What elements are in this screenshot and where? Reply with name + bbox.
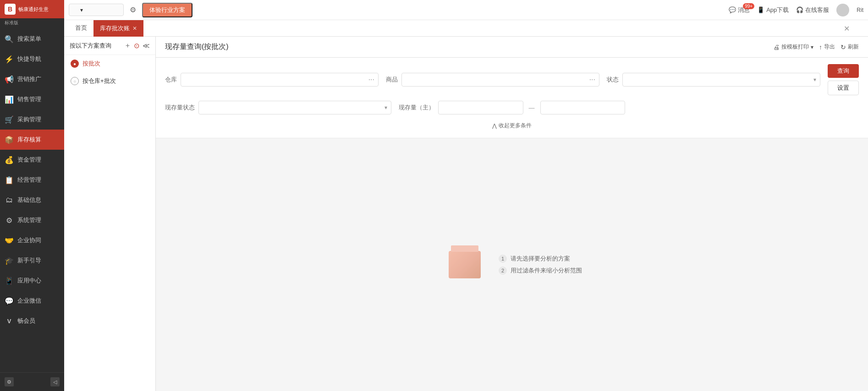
message-badge: 99+ [743,3,754,9]
left-panel-actions: ＋ ⊙ ≪ [124,41,150,50]
left-panel-header: 按以下方案查询 ＋ ⊙ ≪ [64,37,155,55]
sidebar-item-system[interactable]: ⚙ 系统管理 [0,210,64,230]
scheme-icon-batch: ● [71,60,79,68]
sidebar-item-purchase[interactable]: 🛒 采购管理 [0,109,64,130]
sidebar-item-finance[interactable]: 💰 资金管理 [0,150,64,170]
status-chevron-icon: ▾ [813,76,816,83]
sidebar-item-label: 企业微信 [17,297,41,305]
status-select[interactable]: ▾ [622,73,820,87]
inventory-status-label: 现存量状态 [165,103,195,112]
sidebar-item-quicknav[interactable]: ⚡ 快捷导航 [0,49,64,69]
sidebar-item-enterprise[interactable]: 🤝 企业协同 [0,230,64,250]
sidebar-item-inventory[interactable]: 📦 库存核算 [0,130,64,150]
sidebar-item-label: 基础信息 [17,196,41,204]
appcenter-icon: 📱 [5,276,14,285]
experience-btn[interactable]: 体验行业方案 [142,3,192,17]
collapse-filter-btn[interactable]: ⋀ 收起更多条件 [165,120,859,131]
page-title: 现存量查询(按批次) [165,42,229,52]
goods-more-icon[interactable]: ··· [589,76,595,84]
sidebar-item-label: 营销推广 [17,75,41,83]
sidebar-item-label: 系统管理 [17,216,41,224]
sidebar-item-search[interactable]: 🔍 搜索菜单 [0,29,64,49]
sidebar-nav: 🔍 搜索菜单 ⚡ 快捷导航 📢 营销推广 📊 销售管理 🛒 采购管理 📦 库存核… [0,29,64,372]
inventory-status-select[interactable]: ▾ [198,101,391,114]
step-1-num: 1 [499,255,507,263]
refresh-icon: ↻ [841,43,846,51]
tabbar: 首页 库存批次账 ✕ ✕ [64,20,868,37]
user-avatar[interactable] [836,4,849,16]
warehouse-select[interactable]: ··· [181,73,379,87]
sidebar-item-operations[interactable]: 📋 经营管理 [0,170,64,190]
tab-batch[interactable]: 库存批次账 ✕ [93,20,143,37]
step-2-num: 2 [499,266,507,275]
empty-text: 1 请先选择要分析的方案 2 用过滤条件来缩小分析范围 [499,255,582,275]
export-icon: ↑ [819,43,822,51]
phone-icon: 📱 [757,6,764,13]
headset-icon: 🎧 [796,6,803,13]
sidebar-item-newbie[interactable]: 🎓 新手引导 [0,250,64,271]
basic-icon: 🗂 [5,196,14,205]
export-btn[interactable]: ↑ 导出 [819,43,835,51]
sidebar-settings-btn[interactable]: ⚙ [5,377,14,386]
sidebar-item-label: 畅会员 [17,317,35,325]
export-label: 导出 [824,43,835,51]
sidebar-item-label: 销售管理 [17,95,41,103]
status-field: 状态 ▾ [607,73,820,87]
left-panel: 按以下方案查询 ＋ ⊙ ≪ ● 按批次 ○ 按仓库+批次 [64,37,156,391]
online-service-btn[interactable]: 🎧 在线客服 [796,6,829,14]
service-label: 在线客服 [805,6,829,14]
app-download-label: App下载 [766,6,789,14]
inventory-qty-max-input[interactable] [540,101,626,114]
sidebar-item-weixin[interactable]: 💬 企业微信 [0,291,64,311]
main-content: ▾ ⚙ 体验行业方案 💬 消息 99+ 📱 App下载 🎧 在线客服 Rit [64,0,868,391]
operations-icon: 📋 [5,175,14,185]
app-logo: B [5,4,16,15]
sidebar-item-label: 资金管理 [17,156,41,164]
empty-step-1: 1 请先选择要分析的方案 [499,255,582,263]
message-btn[interactable]: 💬 消息 99+ [729,6,750,14]
filter-area: 仓库 ··· 商品 ··· [156,58,868,138]
dropdown-placeholder [73,6,78,14]
empty-box-graphic [449,251,481,278]
scheme-item-warehouse-batch[interactable]: ○ 按仓库+批次 [64,72,155,90]
enterprise-icon: 🤝 [5,236,14,245]
add-scheme-btn[interactable]: ＋ [124,41,131,50]
sidebar-item-basic[interactable]: 🗂 基础信息 [0,190,64,210]
print-btn[interactable]: 🖨 按模板打印 ▾ [773,43,813,51]
tab-close-icon[interactable]: ✕ [132,25,137,32]
marketing-icon: 📢 [5,75,14,84]
print-label: 按模板打印 [781,43,809,51]
username-label[interactable]: Rit [857,7,863,13]
goods-select[interactable]: ··· [401,73,599,87]
query-button[interactable]: 查询 [828,64,859,78]
inventory-qty-min-input[interactable] [438,101,523,114]
tab-home[interactable]: 首页 [69,20,93,37]
print-dropdown-icon[interactable]: ▾ [811,44,813,50]
member-icon: V [5,316,14,326]
sidebar-item-label: 经营管理 [17,176,41,184]
sidebar: B 畅康通好生意 标准版 🔍 搜索菜单 ⚡ 快捷导航 📢 营销推广 📊 销售管理… [0,0,64,391]
collapse-panel-btn[interactable]: ≪ [143,42,150,50]
sidebar-item-label: 应用中心 [17,277,41,285]
filter-row-2: 现存量状态 ▾ 现存量（主） — [165,101,859,114]
scheme-label-warehouse-batch: 按仓库+批次 [82,77,116,85]
scheme-item-batch[interactable]: ● 按批次 [64,55,155,72]
topbar-gear-btn[interactable]: ⚙ [126,4,139,16]
sidebar-collapse-btn[interactable]: ◁ [50,377,60,386]
goods-label: 商品 [386,76,398,84]
topbar-scheme-dropdown[interactable]: ▾ [69,4,124,16]
refresh-btn[interactable]: ↻ 刷新 [841,43,859,51]
sidebar-item-appcenter[interactable]: 📱 应用中心 [0,271,64,291]
system-icon: ⚙ [5,216,14,225]
search-nav-icon: 🔍 [5,34,14,43]
empty-illustration [442,242,488,288]
sidebar-item-member[interactable]: V 畅会员 [0,311,64,331]
inventory-icon: 📦 [5,135,14,144]
filter-settings-button[interactable]: 设置 [828,81,859,95]
sidebar-item-sales[interactable]: 📊 销售管理 [0,89,64,109]
warehouse-more-icon[interactable]: ··· [368,76,374,84]
tab-panel-close-btn[interactable]: ✕ [844,24,850,33]
app-download-btn[interactable]: 📱 App下载 [757,6,789,14]
sidebar-item-marketing[interactable]: 📢 营销推广 [0,69,64,89]
settings-scheme-btn[interactable]: ⊙ [134,42,140,50]
